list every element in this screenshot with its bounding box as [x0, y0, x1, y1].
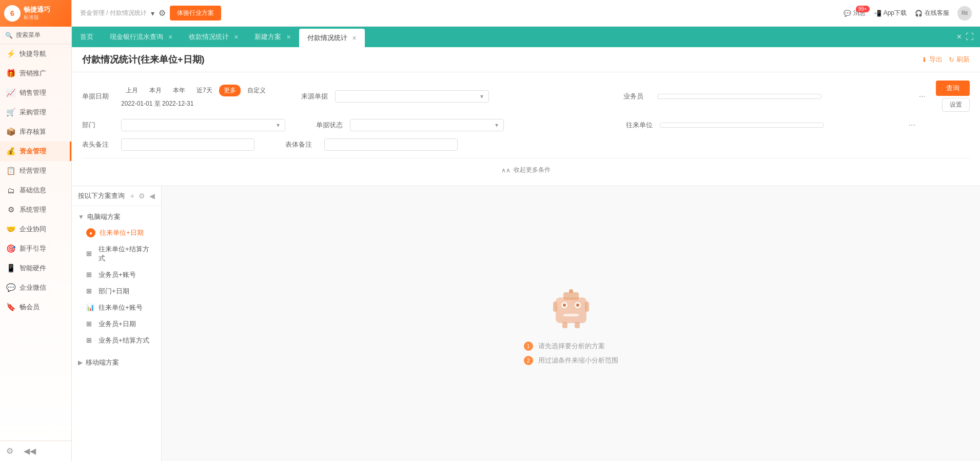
scheme-add-icon[interactable]: + — [130, 192, 134, 200]
tab-new-scheme[interactable]: 新建方案 × — [246, 27, 299, 47]
counterparty-more-icon[interactable]: ··· — [909, 121, 915, 130]
step-1-number: 1 — [524, 342, 533, 351]
sidebar-item-label: 快捷导航 — [19, 49, 46, 58]
sidebar-brand: 畅捷通巧 标准版 — [24, 6, 50, 22]
tab-home[interactable]: 首页 — [72, 27, 102, 47]
sidebar-item-label: 库存核算 — [19, 127, 46, 136]
doc-status-label: 单据状态 — [316, 121, 345, 130]
scheme-item-table-icon-3: ⊞ — [86, 287, 94, 295]
sidebar-item-quick-nav[interactable]: ⚡ 快捷导航 — [0, 44, 71, 64]
body-note-input[interactable] — [324, 138, 458, 151]
tab-new-scheme-close-icon[interactable]: × — [286, 33, 290, 41]
tab-receipt-close-icon[interactable]: × — [234, 33, 238, 41]
scheme-item-salesperson-settlement[interactable]: ⊞ 业务员+结算方式 — [72, 332, 161, 349]
tab-receipt-stats[interactable]: 收款情况统计 × — [181, 27, 246, 47]
cooperation-icon: 🤝 — [6, 225, 15, 234]
sidebar-search[interactable]: 🔍 搜索菜单 — [0, 27, 71, 44]
scheme-item-table-icon-6: ⊞ — [86, 336, 94, 345]
scheme-item-counterparty-date[interactable]: ● 往来单位+日期 — [72, 225, 161, 241]
scheme-item-label: 往来单位+结算方式 — [99, 245, 155, 263]
sidebar-item-guide[interactable]: 🎯 新手引导 — [0, 239, 71, 258]
sidebar-item-label: 系统管理 — [19, 205, 46, 214]
header-settings-icon[interactable]: ⚙ — [159, 8, 166, 18]
sidebar-item-inventory[interactable]: 📦 库存核算 — [0, 122, 71, 142]
empty-step-1: 1 请先选择要分析的方案 — [524, 342, 618, 351]
date-btn-custom[interactable]: 自定义 — [243, 85, 270, 96]
export-icon: ⬇ — [922, 56, 927, 64]
doc-status-select[interactable]: ▾ — [350, 119, 504, 131]
sidebar-item-wechat[interactable]: 💬 企业微信 — [0, 278, 71, 297]
user-avatar[interactable]: Rit — [957, 6, 972, 21]
scheme-item-label: 业务员+日期 — [99, 319, 136, 329]
app-icon: 📲 — [874, 10, 881, 17]
sidebar-item-marketing[interactable]: 🎁 营销推广 — [0, 64, 71, 83]
collapse-conditions-button[interactable]: ∧∧ 收起更多条件 — [501, 163, 551, 177]
message-action[interactable]: 💬 消息 99+ — [844, 9, 866, 17]
date-btn-this-month[interactable]: 本月 — [145, 85, 166, 96]
date-label: 单据日期 — [82, 92, 111, 101]
tab-payment-stats[interactable]: 付款情况统计 × — [299, 29, 365, 47]
doc-status-arrow-icon: ▾ — [495, 122, 498, 129]
tab-fullscreen-icon[interactable]: ⛶ — [966, 32, 974, 42]
sidebar-title: 畅捷通巧 — [24, 6, 50, 14]
settings-button[interactable]: 设置 — [942, 98, 970, 112]
scheme-item-dept-date[interactable]: ⊞ 部门+日期 — [72, 283, 161, 299]
inventory-icon: 📦 — [6, 127, 15, 136]
tab-payment-close-icon[interactable]: × — [352, 34, 357, 42]
date-quick-buttons: 上月 本月 本年 近7天 更多 自定义 — [121, 85, 270, 96]
empty-state: 1 请先选择要分析的方案 2 用过滤条件来缩小分析范围 — [524, 282, 618, 365]
scheme-item-counterparty-settlement[interactable]: ⊞ 往来单位+结算方式 — [72, 241, 161, 267]
sidebar-item-cooperation[interactable]: 🤝 企业协同 — [0, 219, 71, 239]
salesperson-select[interactable] — [657, 94, 821, 99]
scheme-group-mobile-header[interactable]: ▶ 移动端方案 — [72, 355, 161, 370]
salesperson-more-icon[interactable]: ··· — [919, 92, 926, 101]
source-label: 来源单据 — [301, 92, 330, 101]
date-btn-last-month[interactable]: 上月 — [121, 85, 143, 96]
tab-bank-flow[interactable]: 现金银行流水查询 × — [102, 27, 181, 47]
tab-bank-flow-close-icon[interactable]: × — [168, 33, 172, 41]
counterparty-select[interactable] — [660, 123, 824, 128]
tab-close-all-icon[interactable]: × — [957, 32, 962, 42]
footer-collapse-icon[interactable]: ◀◀ — [24, 446, 36, 456]
svg-rect-1 — [563, 292, 579, 300]
sidebar-item-basic-info[interactable]: 🗂 基础信息 — [0, 181, 71, 200]
sidebar-item-purchase[interactable]: 🛒 采购管理 — [0, 103, 71, 122]
source-select[interactable]: ▾ — [335, 90, 489, 103]
scheme-collapse-icon[interactable]: ◀ — [149, 192, 155, 200]
header-note-input[interactable] — [121, 138, 254, 151]
sidebar-item-sales[interactable]: 📈 销售管理 — [0, 83, 71, 103]
filter-row-2: 部门 ▾ 单据状态 ▾ 往来单位 — [82, 119, 970, 131]
sidebar-nav: ⚡ 快捷导航 🎁 营销推广 📈 销售管理 🛒 采购管理 📦 库存核算 💰 资金管… — [0, 44, 71, 440]
try-industry-button[interactable]: 体验行业方案 — [170, 6, 221, 21]
sidebar-item-operation[interactable]: 📋 经营管理 — [0, 161, 71, 181]
date-btn-this-year[interactable]: 本年 — [168, 85, 190, 96]
scheme-group-desktop-header[interactable]: ▼ 电脑端方案 — [72, 209, 161, 225]
step-1-text: 请先选择要分析的方案 — [538, 342, 605, 351]
service-label: 在线客服 — [925, 9, 949, 17]
scheme-item-counterparty-account[interactable]: 📊 往来单位+账号 — [72, 299, 161, 316]
date-btn-7days[interactable]: 近7天 — [192, 85, 217, 96]
scheme-item-salesperson-account[interactable]: ⊞ 业务员+账号 — [72, 267, 161, 283]
collapse-label: 收起更多条件 — [514, 166, 551, 174]
scheme-settings-icon[interactable]: ⚙ — [139, 192, 145, 200]
header-note-label: 表头备注 — [82, 140, 111, 149]
breadcrumb-dropdown-icon[interactable]: ▾ — [151, 9, 154, 17]
refresh-button[interactable]: ↻ 刷新 — [949, 55, 970, 64]
online-service-action[interactable]: 🎧 在线客服 — [915, 9, 949, 17]
scheme-item-salesperson-date[interactable]: ⊞ 业务员+日期 — [72, 316, 161, 332]
export-button[interactable]: ⬇ 导出 — [922, 55, 943, 64]
tab-home-label: 首页 — [80, 32, 93, 42]
app-download-action[interactable]: 📲 App下载 — [874, 9, 907, 17]
sidebar-item-member[interactable]: 🔖 畅会员 — [0, 297, 71, 317]
department-select[interactable]: ▾ — [121, 119, 285, 131]
date-btn-more[interactable]: 更多 — [219, 85, 241, 96]
query-button[interactable]: 查询 — [936, 81, 970, 96]
page-title: 付款情况统计(往来单位+日期) — [82, 53, 205, 66]
footer-settings-icon[interactable]: ⚙ — [6, 446, 13, 456]
sidebar-item-system[interactable]: ⚙ 系统管理 — [0, 200, 71, 219]
scheme-layout: 按以下方案查询 + ⚙ ◀ ▼ 电脑端方案 ● — [72, 186, 980, 461]
sidebar-item-hardware[interactable]: 📱 智能硬件 — [0, 258, 71, 278]
sidebar-footer: ⚙ ◀◀ — [0, 440, 71, 461]
message-badge: 99+ — [856, 6, 870, 12]
sidebar-item-finance[interactable]: 💰 资金管理 — [0, 142, 71, 161]
